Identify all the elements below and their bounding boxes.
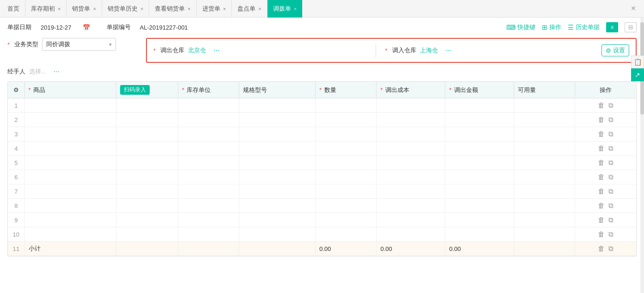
row-amount[interactable] — [445, 184, 514, 199]
tab-view-sales[interactable]: 查看销货单 × — [149, 0, 196, 18]
tab-transfer[interactable]: 调拨单 × — [267, 0, 303, 18]
scrollbar[interactable] — [640, 18, 644, 261]
row-spec[interactable] — [239, 127, 315, 141]
tab-inventory-check[interactable]: 盘点单 × — [232, 0, 267, 18]
row-amount[interactable] — [445, 98, 514, 113]
row-cost[interactable] — [377, 227, 445, 242]
copy-icon[interactable]: ⧉ — [608, 244, 614, 252]
row-cost[interactable] — [377, 184, 445, 199]
row-unit[interactable] — [178, 199, 239, 213]
row-unit[interactable] — [178, 141, 239, 156]
source-warehouse-more-button[interactable]: ··· — [213, 46, 219, 55]
row-spec[interactable] — [239, 141, 315, 156]
delete-row-icon[interactable]: 🗑 — [598, 130, 605, 138]
row-spec[interactable] — [239, 227, 315, 242]
row-unit[interactable] — [178, 227, 239, 242]
shortcuts-button[interactable]: ⌨ 快捷键 — [506, 23, 535, 31]
copy-row-icon[interactable]: ⧉ — [608, 201, 614, 209]
row-qty[interactable] — [316, 199, 377, 213]
calendar-icon[interactable]: 📅 — [83, 24, 90, 31]
sidebar-export-button[interactable]: ↗ — [631, 68, 644, 81]
row-amount[interactable] — [445, 141, 514, 156]
col-scan[interactable]: 扫码录入 — [116, 82, 178, 98]
tab-sales-order-close[interactable]: × — [93, 6, 96, 12]
row-unit[interactable] — [178, 113, 239, 127]
tab-transfer-close[interactable]: × — [294, 6, 297, 12]
tab-purchase[interactable]: 进货单 × — [197, 0, 232, 18]
business-type-select[interactable]: 同价调拨 ▾ — [42, 38, 116, 51]
copy-row-icon[interactable]: ⧉ — [608, 187, 614, 195]
row-spec[interactable] — [239, 184, 315, 199]
copy-row-icon[interactable]: ⧉ — [608, 116, 614, 123]
copy-row-icon[interactable]: ⧉ — [608, 101, 614, 109]
row-product[interactable] — [24, 113, 116, 127]
row-spec[interactable] — [239, 170, 315, 184]
row-amount[interactable] — [445, 199, 514, 213]
row-cost[interactable] — [377, 141, 445, 156]
row-product[interactable] — [24, 98, 116, 113]
row-cost[interactable] — [377, 170, 445, 184]
scan-entry-button[interactable]: 扫码录入 — [120, 85, 150, 95]
row-amount[interactable] — [445, 113, 514, 127]
delete-row-icon[interactable]: 🗑 — [598, 173, 605, 181]
row-product[interactable] — [24, 199, 116, 213]
layout-list-button[interactable]: ≡ — [606, 22, 618, 32]
row-spec[interactable] — [239, 199, 315, 213]
copy-row-icon[interactable]: ⧉ — [608, 144, 614, 152]
row-cost[interactable] — [377, 213, 445, 227]
row-unit[interactable] — [178, 98, 239, 113]
row-qty[interactable] — [316, 227, 377, 242]
row-qty[interactable] — [316, 184, 377, 199]
target-warehouse-more-button[interactable]: ··· — [445, 46, 451, 55]
person-select[interactable]: 选择... — [29, 67, 46, 76]
row-amount[interactable] — [445, 227, 514, 242]
row-spec[interactable] — [239, 213, 315, 227]
copy-row-icon[interactable]: ⧉ — [608, 173, 614, 181]
layout-grid-button[interactable]: ⊟ — [625, 22, 637, 32]
operations-button[interactable]: ⊞ 操作 — [542, 23, 561, 31]
person-more-button[interactable]: ··· — [54, 67, 60, 76]
delete-row-icon[interactable]: 🗑 — [598, 201, 605, 209]
window-close-button[interactable]: × — [626, 2, 640, 16]
copy-row-icon[interactable]: ⧉ — [608, 230, 614, 238]
row-unit[interactable] — [178, 156, 239, 170]
row-spec[interactable] — [239, 98, 315, 113]
row-cost[interactable] — [377, 113, 445, 127]
row-qty[interactable] — [316, 170, 377, 184]
row-product[interactable] — [24, 127, 116, 141]
row-qty[interactable] — [316, 156, 377, 170]
row-qty[interactable] — [316, 127, 377, 141]
copy-row-icon[interactable]: ⧉ — [608, 216, 614, 224]
tab-home[interactable]: 首页 — [4, 0, 25, 18]
row-qty[interactable] — [316, 141, 377, 156]
row-cost[interactable] — [377, 156, 445, 170]
delete-row-icon[interactable]: 🗑 — [598, 187, 605, 195]
tab-sales-history[interactable]: 销货单历史 × — [102, 0, 149, 18]
row-amount[interactable] — [445, 156, 514, 170]
row-qty[interactable] — [316, 213, 377, 227]
row-unit[interactable] — [178, 127, 239, 141]
tab-sales-order[interactable]: 销货单 × — [67, 0, 102, 18]
row-product[interactable] — [24, 213, 116, 227]
row-product[interactable] — [24, 141, 116, 156]
delete-row-icon[interactable]: 🗑 — [598, 116, 605, 123]
col-gear[interactable]: ⚙ — [8, 82, 24, 98]
copy-row-icon[interactable]: ⧉ — [608, 130, 614, 138]
tab-inventory-init-close[interactable]: × — [58, 6, 61, 12]
delete-row-icon[interactable]: 🗑 — [598, 144, 605, 152]
row-spec[interactable] — [239, 113, 315, 127]
row-spec[interactable] — [239, 156, 315, 170]
sidebar-doc-button[interactable]: 📋 — [631, 55, 644, 68]
row-cost[interactable] — [377, 127, 445, 141]
row-amount[interactable] — [445, 127, 514, 141]
row-qty[interactable] — [316, 113, 377, 127]
tab-purchase-close[interactable]: × — [223, 6, 226, 12]
row-amount[interactable] — [445, 213, 514, 227]
row-amount[interactable] — [445, 170, 514, 184]
row-product[interactable] — [24, 184, 116, 199]
tab-inventory-init[interactable]: 库存期初 × — [25, 0, 67, 18]
row-unit[interactable] — [178, 170, 239, 184]
row-product[interactable] — [24, 170, 116, 184]
row-unit[interactable] — [178, 213, 239, 227]
row-qty[interactable] — [316, 98, 377, 113]
